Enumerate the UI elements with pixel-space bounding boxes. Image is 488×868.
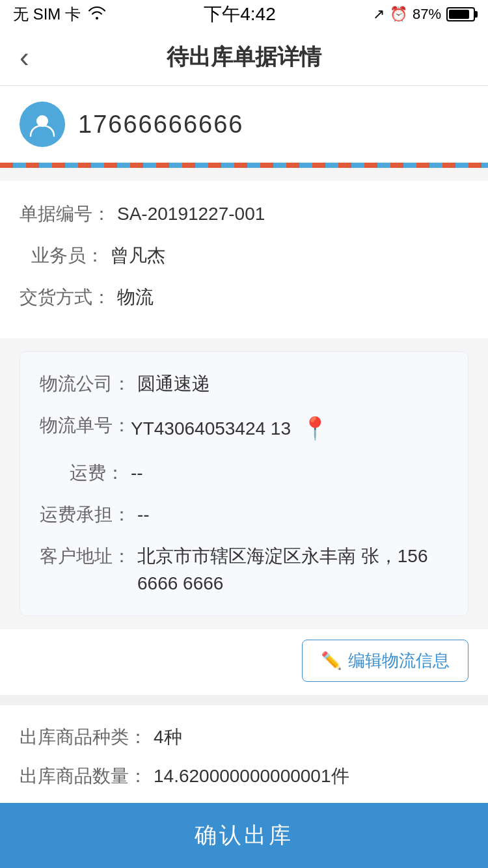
- goods-type-value: 4种: [147, 725, 468, 750]
- page-title: 待出库单据详情: [167, 42, 321, 72]
- doc-number-label: 单据编号：: [20, 200, 111, 228]
- logistics-tracking-value: YT43064053424 13: [131, 415, 291, 442]
- location-pin-icon[interactable]: 📍: [301, 412, 329, 445]
- goods-section: 出库商品种类： 4种 出库商品数量： 14.620000000000001件: [0, 705, 488, 816]
- status-left: 无 SIM 卡: [13, 4, 107, 25]
- status-bar: 无 SIM 卡 下午4:42 ↗ ⏰ 87%: [0, 0, 488, 29]
- delivery-row: 交货方式： 物流: [20, 284, 468, 311]
- logistics-company-label: 物流公司：: [40, 370, 131, 398]
- logistics-card: 物流公司： 圆通速递 物流单号： YT43064053424 13 📍 运费： …: [20, 351, 468, 616]
- back-button[interactable]: ‹: [20, 41, 29, 74]
- freight-bear-row: 运费承担： --: [40, 501, 448, 528]
- location-icon: ↗: [373, 6, 385, 23]
- tracking-value-row: YT43064053424 13 📍: [131, 412, 329, 445]
- battery-percent: 87%: [413, 6, 441, 23]
- edit-logistics-button[interactable]: ✏️ 编辑物流信息: [302, 640, 468, 682]
- section-divider-1: [0, 695, 488, 705]
- avatar: [20, 102, 65, 147]
- goods-quantity-label: 出库商品数量：: [20, 764, 147, 789]
- customer-header: 17666666666: [0, 86, 488, 163]
- delivery-label: 交货方式：: [20, 284, 111, 311]
- goods-quantity-value: 14.620000000000001件: [147, 764, 468, 789]
- goods-quantity-row: 出库商品数量： 14.620000000000001件: [20, 764, 468, 789]
- nav-bar: ‹ 待出库单据详情: [0, 29, 488, 86]
- goods-type-label: 出库商品种类：: [20, 725, 147, 750]
- address-value: 北京市市辖区海淀区永丰南 张，156 6666 6666: [131, 543, 448, 597]
- salesman-label: 业务员：: [20, 242, 104, 269]
- salesman-row: 业务员： 曾凡杰: [20, 242, 468, 269]
- doc-number-value: SA-20191227-001: [111, 200, 468, 228]
- freight-value: --: [124, 459, 448, 487]
- carrier-label: 无 SIM 卡: [13, 4, 81, 25]
- address-label: 客户地址：: [40, 543, 131, 570]
- edit-logistics-label: 编辑物流信息: [348, 649, 450, 672]
- address-row: 客户地址： 北京市市辖区海淀区永丰南 张，156 6666 6666: [40, 543, 448, 597]
- logistics-tracking-row: 物流单号： YT43064053424 13 📍: [40, 412, 448, 445]
- back-icon: ‹: [20, 41, 29, 73]
- edit-icon: ✏️: [321, 651, 342, 671]
- confirm-bar[interactable]: 确认出库: [0, 803, 488, 868]
- freight-row: 运费： --: [40, 459, 448, 487]
- doc-number-row: 单据编号： SA-20191227-001: [20, 200, 468, 228]
- goods-type-row: 出库商品种类： 4种: [20, 725, 468, 750]
- time-label: 下午4:42: [204, 2, 276, 27]
- salesman-value: 曾凡杰: [104, 242, 468, 269]
- freight-label: 运费：: [40, 459, 124, 487]
- logistics-tracking-label: 物流单号：: [40, 412, 131, 439]
- document-info-section: 单据编号： SA-20191227-001 业务员： 曾凡杰 交货方式： 物流: [0, 181, 488, 338]
- status-right: ↗ ⏰ 87%: [373, 6, 475, 23]
- logistics-company-row: 物流公司： 圆通速递: [40, 370, 448, 398]
- battery-icon: [446, 7, 475, 21]
- freight-bear-value: --: [131, 501, 448, 528]
- logistics-company-value: 圆通速递: [131, 370, 448, 398]
- wifi-icon: [87, 5, 107, 23]
- edit-btn-row: ✏️ 编辑物流信息: [0, 629, 488, 695]
- alarm-icon: ⏰: [390, 6, 407, 23]
- delivery-value: 物流: [111, 284, 468, 311]
- customer-phone: 17666666666: [78, 111, 243, 139]
- freight-bear-label: 运费承担：: [40, 501, 131, 528]
- dashed-divider: [0, 163, 488, 168]
- confirm-btn-label: 确认出库: [195, 821, 293, 850]
